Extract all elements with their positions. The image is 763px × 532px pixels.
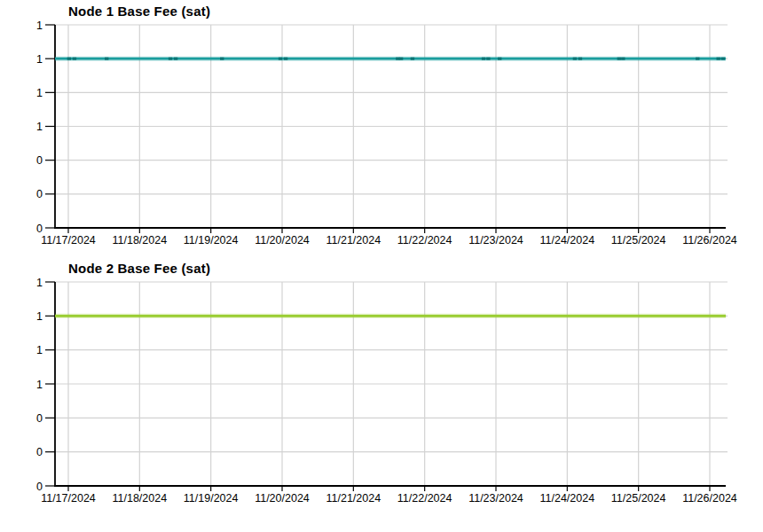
- y-tick-label: 1: [36, 121, 43, 133]
- x-tick-label: 11/20/2024: [255, 234, 310, 246]
- series-marker: [696, 58, 699, 60]
- series-marker: [174, 58, 177, 60]
- x-tick-label: 11/23/2024: [468, 234, 523, 246]
- x-tick-label: 11/19/2024: [184, 234, 239, 246]
- page: Node 1 Base Fee (sat) 111100011/17/20241…: [0, 0, 763, 532]
- series-marker: [578, 58, 582, 60]
- series-marker: [617, 58, 621, 60]
- series-marker: [498, 58, 501, 60]
- x-tick-label: 11/23/2024: [468, 492, 523, 505]
- x-tick-label: 11/17/2024: [41, 492, 96, 505]
- y-tick-label: 0: [36, 154, 43, 167]
- series-marker: [279, 58, 282, 60]
- y-tick-label: 1: [36, 20, 43, 32]
- x-tick-label: 11/26/2024: [682, 234, 737, 246]
- series-marker: [573, 58, 577, 60]
- x-tick-label: 11/24/2024: [540, 234, 595, 246]
- x-tick-label: 11/25/2024: [611, 492, 666, 505]
- series-marker: [399, 58, 403, 60]
- series-marker: [105, 58, 108, 60]
- x-tick-label: 11/22/2024: [397, 234, 452, 246]
- x-tick-label: 11/25/2024: [611, 234, 666, 246]
- series-marker: [220, 58, 224, 60]
- series-marker: [396, 58, 399, 60]
- y-tick-label: 0: [36, 223, 43, 235]
- y-tick-label: 1: [36, 53, 43, 66]
- y-tick-label: 0: [36, 446, 43, 458]
- y-tick-label: 0: [36, 412, 43, 425]
- y-tick-label: 1: [36, 379, 43, 391]
- x-tick-label: 11/21/2024: [326, 492, 382, 505]
- y-tick-label: 1: [36, 344, 43, 356]
- y-tick-label: 1: [36, 87, 43, 99]
- series-marker: [721, 58, 725, 60]
- x-tick-label: 11/17/2024: [41, 234, 96, 246]
- series-marker: [284, 58, 287, 60]
- x-tick-label: 11/18/2024: [113, 234, 168, 246]
- series-marker: [67, 58, 71, 60]
- y-tick-label: 0: [36, 188, 43, 200]
- series-marker: [482, 58, 485, 60]
- series-marker: [73, 58, 76, 60]
- x-tick-label: 11/20/2024: [255, 492, 310, 505]
- series-marker: [411, 58, 414, 60]
- x-tick-label: 11/24/2024: [540, 492, 595, 505]
- y-tick-label: 1: [36, 310, 43, 323]
- x-tick-label: 11/26/2024: [682, 492, 737, 505]
- series-marker: [486, 58, 490, 60]
- series-marker: [621, 58, 625, 60]
- series-marker: [716, 58, 720, 60]
- x-tick-label: 11/18/2024: [113, 492, 168, 505]
- x-tick-label: 11/22/2024: [397, 492, 452, 505]
- x-tick-label: 11/21/2024: [326, 234, 382, 246]
- chart-1-plot: 111100011/17/202411/18/202411/19/202411/…: [0, 0, 763, 257]
- series-marker: [169, 58, 172, 60]
- chart-2-plot: 111100011/17/202411/18/202411/19/202411/…: [0, 257, 763, 532]
- y-tick-label: 1: [36, 277, 43, 289]
- x-tick-label: 11/19/2024: [184, 492, 239, 505]
- y-tick-label: 0: [36, 481, 43, 493]
